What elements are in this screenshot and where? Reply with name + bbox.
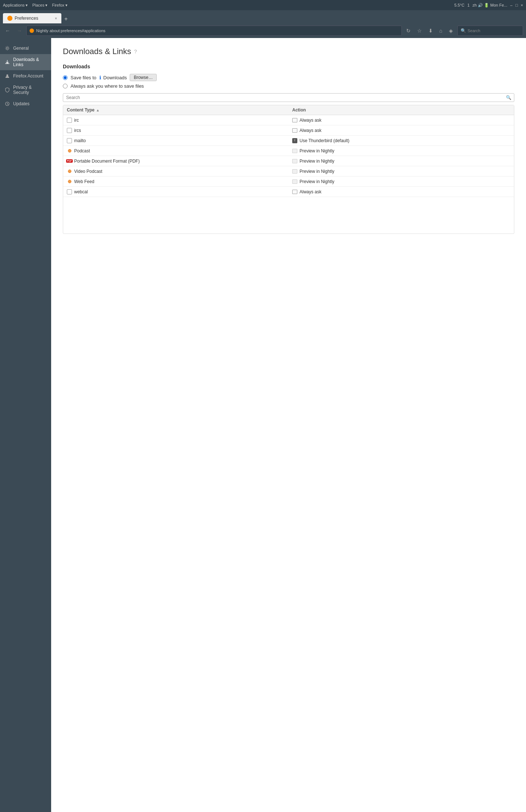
folder-name: Downloads — [103, 75, 127, 80]
row-checkbox — [67, 118, 72, 123]
action-icon — [292, 159, 297, 163]
title-bar-right: 5.5°C 1 zh 🔊 🔋 Mon Fe... – □ × — [454, 3, 523, 8]
gear-icon — [4, 45, 10, 51]
action-icon — [292, 179, 297, 184]
sort-arrow: ▲ — [96, 108, 100, 112]
main-content: Downloads & Links ? Downloads Save files… — [51, 38, 526, 812]
downloads-heading: Downloads — [63, 64, 514, 69]
save-files-radio[interactable] — [63, 75, 68, 80]
row-checkbox — [67, 138, 72, 143]
address-bar[interactable]: Nightly about:preferences#applications — [26, 26, 402, 36]
table-row[interactable]: webcal Always ask — [63, 187, 514, 197]
search-placeholder: Search — [468, 29, 480, 33]
cell-content: ⊕ Podcast — [63, 147, 289, 155]
cell-action: Always ask — [289, 126, 514, 134]
sidebar-privacy-label: Privacy & Security — [13, 85, 47, 95]
action-value: Preview in Nightly — [300, 169, 334, 174]
sidebar-item-downloads-links[interactable]: Downloads & Links — [0, 54, 51, 70]
downloads-button[interactable]: ⬇ — [426, 26, 435, 35]
shield-icon — [4, 87, 10, 93]
sidebar-downloads-label: Downloads & Links — [13, 57, 47, 67]
temperature-display: 5.5°C — [454, 3, 465, 7]
table-row[interactable]: ⊕ Podcast Preview in Nightly — [63, 146, 514, 156]
reload-button[interactable]: ↻ — [404, 26, 413, 35]
home-button[interactable]: ⌂ — [437, 26, 445, 35]
title-bar: Applications ▾ Places ▾ Firefox ▾ 5.5°C … — [0, 0, 526, 10]
applications-menu[interactable]: Applications ▾ — [3, 3, 28, 8]
sidebar: General Downloads & Links — [0, 38, 51, 812]
action-value: Use Thunderbird (default) — [300, 138, 350, 143]
places-menu[interactable]: Places ▾ — [32, 3, 47, 8]
help-icon[interactable]: ? — [134, 49, 137, 54]
sidebar-item-firefox-account[interactable]: Firefox Account — [0, 70, 51, 82]
table-row[interactable]: ⊕ Video Podcast Preview in Nightly — [63, 166, 514, 177]
file-types-table: Content Type ▲ Action irc Alwa — [63, 105, 514, 234]
downloads-icon — [4, 59, 10, 65]
svg-point-1 — [7, 75, 8, 76]
content-type-value: Video Podcast — [74, 169, 102, 174]
table-row[interactable]: irc Always ask — [63, 115, 514, 125]
cell-action: Always ask — [289, 188, 514, 196]
content-type-label: Content Type — [67, 107, 95, 113]
sidebar-updates-label: Updates — [13, 101, 30, 106]
always-ask-radio[interactable] — [63, 84, 68, 88]
sidebar-item-general[interactable]: General — [0, 42, 51, 54]
content-type-search-input[interactable] — [63, 93, 514, 102]
account-icon — [4, 73, 10, 79]
content-type-value: mailto — [74, 138, 86, 143]
sidebar-account-label: Firefox Account — [13, 73, 43, 79]
firefox-menu[interactable]: Firefox ▾ — [52, 3, 68, 8]
pdf-icon: PDF — [67, 159, 72, 164]
row-checkbox — [67, 189, 72, 194]
window-maximize[interactable]: □ — [515, 3, 518, 7]
bookmark-star-button[interactable]: ☆ — [415, 26, 424, 35]
window-minimize[interactable]: – — [510, 3, 512, 7]
pocket-button[interactable]: ◈ — [447, 26, 455, 35]
new-tab-button[interactable]: + — [61, 15, 70, 23]
action-value: Preview in Nightly — [300, 148, 334, 153]
action-icon — [292, 190, 297, 194]
content-type-search: 🔍 — [63, 93, 514, 102]
folder-info-icon: ℹ — [99, 75, 101, 80]
action-icon — [292, 128, 297, 133]
table-row[interactable]: ⊕ Web Feed Preview in Nightly — [63, 177, 514, 187]
content-type-column-header[interactable]: Content Type ▲ — [63, 105, 289, 115]
cell-action: Preview in Nightly — [289, 178, 514, 186]
search-bar[interactable]: 🔍 Search — [457, 26, 523, 36]
system-tray: zh 🔊 🔋 Mon Fe... — [473, 3, 507, 8]
action-value: Always ask — [300, 128, 321, 133]
browse-button[interactable]: Browse… — [130, 74, 157, 81]
content-type-value: ircs — [74, 128, 81, 133]
tab-favicon — [7, 16, 12, 21]
always-ask-row: Always ask you where to save files — [63, 83, 514, 89]
table-row[interactable]: ircs Always ask — [63, 125, 514, 136]
sidebar-item-updates[interactable]: Updates — [0, 98, 51, 110]
window-close[interactable]: × — [521, 3, 523, 7]
cell-content: webcal — [63, 188, 289, 196]
table-empty-space — [63, 197, 514, 234]
table-row[interactable]: mailto T Use Thunderbird (default) — [63, 136, 514, 146]
content-type-value: webcal — [74, 189, 88, 194]
cell-content: mailto — [63, 137, 289, 145]
downloads-section: Downloads Save files to ℹ Downloads Brow… — [63, 64, 514, 234]
search-inner-icon: 🔍 — [506, 95, 511, 100]
tab-close-button[interactable]: × — [55, 16, 57, 20]
sidebar-general-label: General — [13, 46, 29, 51]
cell-content: ⊕ Web Feed — [63, 178, 289, 186]
updates-icon — [4, 101, 10, 107]
action-value: Always ask — [300, 189, 321, 194]
cell-action: T Use Thunderbird (default) — [289, 137, 514, 145]
back-button[interactable]: ← — [3, 26, 12, 35]
forward-button[interactable]: → — [15, 26, 24, 35]
content-type-value: Portable Document Format (PDF) — [74, 159, 140, 164]
address-url: Nightly about:preferences#applications — [36, 29, 106, 33]
preferences-tab[interactable]: Preferences × — [3, 13, 61, 23]
sidebar-item-privacy-security[interactable]: Privacy & Security — [0, 82, 51, 98]
row-checkbox — [67, 128, 72, 133]
cell-action: Preview in Nightly — [289, 157, 514, 165]
content-type-value: Podcast — [74, 148, 90, 153]
address-favicon — [30, 29, 34, 33]
action-value: Preview in Nightly — [300, 159, 334, 164]
cell-action: Always ask — [289, 116, 514, 124]
table-row[interactable]: PDF Portable Document Format (PDF) Previ… — [63, 156, 514, 166]
